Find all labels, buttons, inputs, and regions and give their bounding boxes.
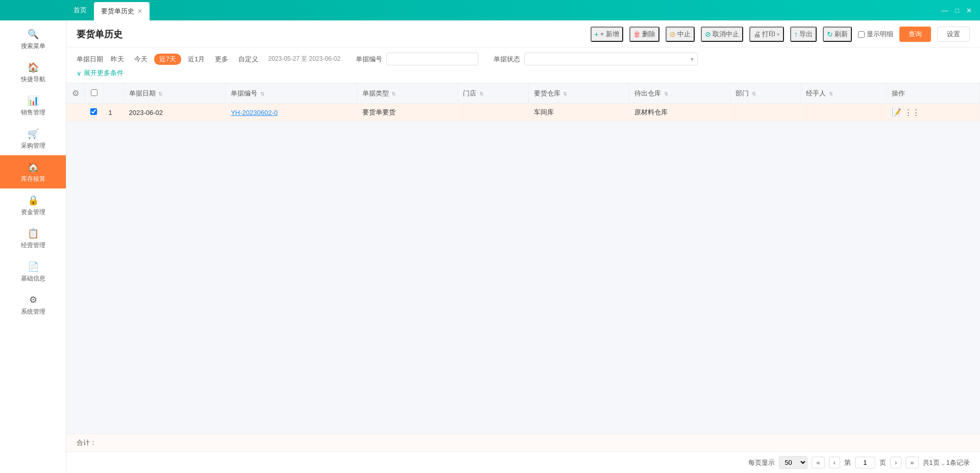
doc-status-label: 单据状态 [494, 55, 520, 64]
date-filter-options: 昨天 今天 近7天 近1月 更多 自定义 [107, 54, 262, 65]
prev-page-btn[interactable]: ‹ [829, 457, 840, 468]
date-filter-today[interactable]: 今天 [131, 54, 151, 65]
search-menu-icon: 🔍 [28, 29, 39, 40]
sidebar-item-purchase-mgmt[interactable]: 🛒 采购管理 [0, 122, 66, 155]
more-action-icon[interactable]: ⋮⋮ [904, 108, 920, 117]
sidebar-item-sales-mgmt[interactable]: 📊 销售管理 [0, 89, 66, 122]
date-filter-yesterday[interactable]: 昨天 [107, 54, 128, 65]
th-settings: ⚙ [66, 83, 85, 104]
new-button[interactable]: + + 新增 [591, 27, 623, 42]
sales-icon: 📊 [28, 95, 39, 106]
sort-doc-type-icon[interactable]: ⇅ [391, 91, 396, 97]
doc-number-input[interactable] [386, 53, 478, 65]
td-handler [801, 104, 887, 122]
expand-more-btn[interactable]: ∨ 展开更多条件 [77, 68, 970, 78]
sidebar-item-finance-mgmt[interactable]: 🔒 资金管理 [0, 188, 66, 222]
top-bar: 首页 要货单历史 ✕ — □ ✕ [0, 0, 980, 20]
table-container: ⚙ 单据日期 ⇅ 单据编号 [66, 83, 980, 434]
close-btn[interactable]: ✕ [966, 7, 972, 14]
tab-close-icon[interactable]: ✕ [137, 8, 142, 15]
delete-icon: 🗑 [633, 30, 641, 38]
select-all-checkbox[interactable] [91, 89, 97, 96]
date-filter-7days[interactable]: 近7天 [154, 54, 181, 65]
page-title-row: 要货单历史 + + 新增 🗑 删除 ⊘ 中止 ⊘ [77, 27, 970, 47]
page-size-select[interactable]: 10 20 50 100 [779, 456, 807, 469]
stop-icon: ⊘ [670, 30, 676, 38]
sort-store-icon[interactable]: ⇅ [479, 91, 483, 97]
date-filter-more[interactable]: 更多 [211, 54, 232, 65]
refresh-icon: ↻ [827, 30, 833, 38]
th-req-warehouse: 要货仓库 ⇅ [528, 83, 629, 104]
td-pending-warehouse: 原材料仓库 [629, 104, 730, 122]
th-doc-type: 单据类型 ⇅ [357, 83, 458, 104]
edit-action-icon[interactable]: 📝 [892, 108, 901, 117]
date-filter-1month[interactable]: 近1月 [184, 54, 208, 65]
date-filter-custom[interactable]: 自定义 [235, 54, 262, 65]
page-label-before: 第 [844, 458, 851, 467]
export-button[interactable]: ↑ 导出 [790, 27, 817, 42]
sort-department-icon[interactable]: ⇅ [752, 91, 756, 97]
doc-number-label: 单据编号 [356, 55, 382, 64]
td-doc-date: 2023-06-02 [124, 104, 226, 122]
print-dropdown-icon: ▾ [777, 31, 780, 38]
refresh-button[interactable]: ↻ 刷新 [823, 27, 852, 42]
filter-area: 单据日期 昨天 今天 近7天 近1月 更多 自定义 2023-05-27 至 2… [66, 48, 980, 83]
sidebar-item-system-mgmt[interactable]: ⚙ 系统管理 [0, 288, 66, 321]
table-footer-summary: 合计： [66, 434, 980, 452]
settings-icon[interactable]: ⚙ [72, 89, 79, 98]
th-department: 部门 ⇅ [730, 83, 801, 104]
page-header: 要货单历史 + + 新增 🗑 删除 ⊘ 中止 ⊘ [66, 20, 980, 48]
tab-home[interactable]: 首页 [66, 0, 94, 20]
print-button[interactable]: 🖨 打印 ▾ [749, 27, 784, 42]
operations-icon: 📋 [28, 228, 39, 239]
doc-number-filter-group: 单据编号 [356, 53, 478, 65]
th-actions: 操作 [887, 83, 980, 104]
sidebar-item-inventory[interactable]: 🏠 库存核算 [0, 155, 66, 188]
page-number-input[interactable] [855, 457, 875, 468]
date-filter-group: 单据日期 昨天 今天 近7天 近1月 更多 自定义 2023-05-27 至 2… [77, 54, 340, 65]
cancel-stop-button[interactable]: ⊘ 取消中止 [701, 27, 743, 42]
sidebar-item-operations-mgmt[interactable]: 📋 经营管理 [0, 222, 66, 255]
stop-button[interactable]: ⊘ 中止 [666, 27, 695, 42]
table-row: 1 2023-06-02 YH-20230602-0 要货单要货 车间库 原材料… [66, 104, 980, 122]
doc-status-select[interactable] [524, 53, 698, 65]
query-button[interactable]: 查询 [899, 27, 931, 42]
new-icon: + [595, 30, 599, 38]
page-label-after: 页 [879, 458, 886, 467]
delete-button[interactable]: 🗑 删除 [629, 27, 659, 42]
th-handler: 经手人 ⇅ [801, 83, 887, 104]
row-checkbox-0[interactable] [90, 108, 97, 115]
date-filter-label: 单据日期 [77, 55, 103, 64]
th-store: 门店 ⇅ [458, 83, 528, 104]
sort-req-warehouse-icon[interactable]: ⇅ [563, 91, 567, 97]
last-page-btn[interactable]: » [905, 457, 918, 468]
setting-button[interactable]: 设置 [937, 27, 970, 42]
chevron-down-icon: ∨ [77, 69, 82, 77]
th-pending-warehouse: 待出仓库 ⇅ [629, 83, 730, 104]
sort-doc-date-icon[interactable]: ⇅ [158, 91, 162, 97]
minimize-btn[interactable]: — [941, 7, 948, 14]
purchase-icon: 🛒 [28, 128, 39, 139]
print-icon: 🖨 [753, 30, 761, 38]
sidebar-item-quick-nav[interactable]: 🏠 快捷导航 [0, 56, 66, 89]
page-size-label: 每页显示 [748, 458, 775, 467]
sidebar-item-search-menu[interactable]: 🔍 搜索菜单 [0, 22, 66, 56]
next-page-btn[interactable]: › [890, 457, 901, 468]
data-table: ⚙ 单据日期 ⇅ 单据编号 [66, 83, 980, 122]
inventory-icon: 🏠 [28, 161, 39, 173]
sort-handler-icon[interactable]: ⇅ [829, 91, 833, 97]
sort-pending-warehouse-icon[interactable]: ⇅ [664, 91, 668, 97]
window-controls: — □ ✕ [941, 7, 972, 14]
display-detail-checkbox[interactable] [858, 31, 865, 38]
tab-requisition-history[interactable]: 要货单历史 ✕ [94, 2, 150, 20]
td-doc-number[interactable]: YH-20230602-0 [226, 104, 357, 122]
td-actions: 📝 ⋮⋮ [887, 104, 980, 122]
display-detail-checkbox-label[interactable]: 显示明细 [858, 30, 893, 39]
table-body: 1 2023-06-02 YH-20230602-0 要货单要货 车间库 原材料… [66, 104, 980, 122]
first-page-btn[interactable]: « [812, 457, 824, 468]
td-settings [66, 104, 85, 122]
pagination-bar: 每页显示 10 20 50 100 « ‹ 第 页 › » 共1页，1条记录 [66, 452, 980, 473]
maximize-btn[interactable]: □ [955, 7, 959, 14]
sort-doc-number-icon[interactable]: ⇅ [260, 91, 264, 97]
sidebar-item-basic-info[interactable]: 📄 基础信息 [0, 255, 66, 288]
